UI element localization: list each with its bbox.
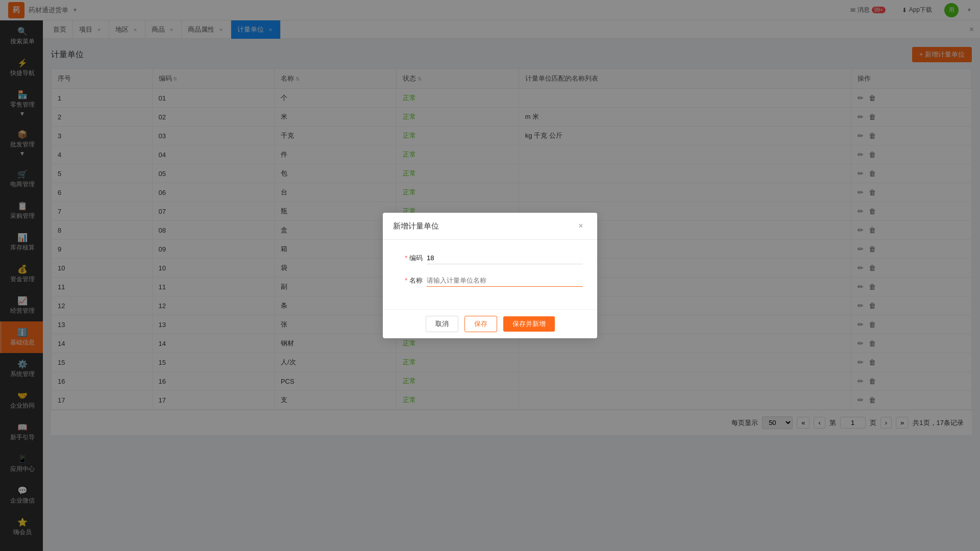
name-form-row: 名称: [397, 274, 583, 287]
save-button[interactable]: 保存: [464, 316, 497, 332]
modal-overlay[interactable]: 新增计量单位 × 编码 名称 取消 保存 保存并新增: [0, 0, 980, 551]
modal-close-btn[interactable]: ×: [575, 220, 587, 232]
cancel-button[interactable]: 取消: [426, 316, 458, 332]
modal-body: 编码 名称: [383, 240, 597, 309]
code-label: 编码: [397, 254, 423, 263]
name-label: 名称: [397, 276, 423, 285]
add-unit-modal: 新增计量单位 × 编码 名称 取消 保存 保存并新增: [383, 213, 597, 338]
name-input[interactable]: [427, 274, 583, 287]
modal-header: 新增计量单位 ×: [383, 213, 597, 240]
code-form-row: 编码: [397, 252, 583, 264]
modal-title: 新增计量单位: [393, 221, 439, 231]
modal-footer: 取消 保存 保存并新增: [383, 309, 597, 338]
code-input[interactable]: [427, 252, 583, 264]
save-and-new-button[interactable]: 保存并新增: [503, 316, 555, 332]
